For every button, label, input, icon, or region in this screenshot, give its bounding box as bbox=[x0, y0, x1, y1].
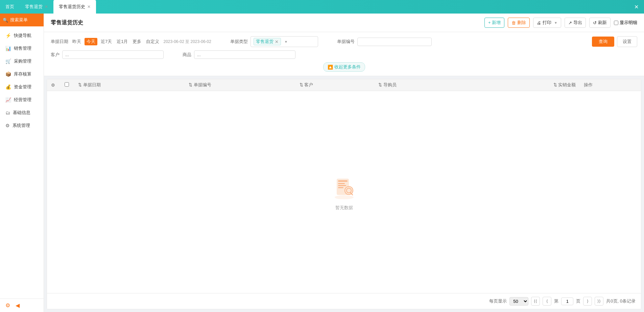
goods-filter: 商品 bbox=[183, 50, 295, 59]
th-date-label: ⇅ 单据日期 bbox=[78, 82, 101, 87]
number-input[interactable] bbox=[357, 38, 432, 46]
delete-label: 删除 bbox=[517, 20, 526, 26]
goods-label: 商品 bbox=[183, 52, 191, 58]
type-tag-label: 零售退货 bbox=[256, 39, 273, 45]
th-guide: ⇅ 导购员 bbox=[374, 79, 469, 91]
number-filter: 单据编号 bbox=[337, 38, 432, 46]
date-shortcut-1[interactable]: 今天 bbox=[85, 38, 97, 45]
top-bar: 首页零售退货✕零售退货历史✕ ✕ bbox=[0, 0, 644, 14]
th-customer: ⇅ 客户 bbox=[295, 79, 375, 91]
tab-close-2[interactable]: ✕ bbox=[87, 4, 91, 9]
customer-input[interactable] bbox=[62, 50, 164, 59]
date-shortcut-4[interactable]: 更多 bbox=[131, 38, 143, 45]
collapse-more-section: 🔼 收起更多条件 bbox=[51, 62, 637, 72]
data-table: ⚙ ⇅ 单据日期 ⇅ 单据编号 bbox=[47, 79, 641, 91]
export-label: 导出 bbox=[573, 20, 582, 26]
page-label: 第 bbox=[554, 298, 558, 304]
nav-icon-6: 🗂 bbox=[5, 110, 10, 115]
type-label: 单据类型 bbox=[230, 39, 248, 45]
nav-label-6: 基础信息 bbox=[13, 110, 30, 116]
toolbar: + 新增 🗑 删除 🖨 打印 ▼ ↗ 导出 ↺ 刷新 bbox=[484, 18, 637, 28]
next-page-button[interactable]: ⟩ bbox=[583, 297, 592, 306]
sidebar-item-0[interactable]: ⚡快捷导航 bbox=[0, 29, 44, 42]
first-page-button[interactable]: ⟨⟨ bbox=[531, 297, 540, 306]
empty-state: 暂无数据 bbox=[47, 91, 641, 293]
th-number: ⇅ 单据编号 bbox=[185, 79, 295, 91]
th-settings: ⚙ bbox=[47, 79, 61, 91]
print-icon: 🖨 bbox=[537, 20, 541, 25]
collapse-up-icon: 🔼 bbox=[328, 65, 333, 70]
date-shortcut-2[interactable]: 近7天 bbox=[99, 38, 113, 45]
refresh-label: 刷新 bbox=[598, 20, 607, 26]
new-button[interactable]: + 新增 bbox=[484, 18, 504, 28]
sidebar-item-7[interactable]: ⚙系统管理 bbox=[0, 119, 44, 132]
filter-row-2: 客户 商品 bbox=[51, 50, 637, 59]
nav-icon-7: ⚙ bbox=[5, 123, 10, 128]
nav-icon-3: 📦 bbox=[5, 71, 11, 77]
tab-0[interactable]: 首页 bbox=[0, 0, 20, 14]
tab-1[interactable]: 零售退货✕ bbox=[20, 0, 53, 14]
query-button[interactable]: 查询 bbox=[592, 37, 614, 47]
collapse-sidebar-icon[interactable]: ◀ bbox=[16, 302, 20, 309]
nav-icon-0: ⚡ bbox=[5, 33, 11, 38]
empty-illustration bbox=[331, 174, 358, 201]
show-detail-checkbox[interactable] bbox=[614, 21, 618, 25]
nav-label-7: 系统管理 bbox=[13, 122, 30, 129]
svg-point-0 bbox=[335, 195, 354, 199]
tab-list: 首页零售退货✕零售退货历史✕ bbox=[0, 0, 629, 14]
type-tag-remove[interactable]: ✕ bbox=[275, 39, 279, 44]
type-select[interactable]: 零售退货 ✕ ▼ bbox=[251, 36, 318, 47]
export-icon: ↗ bbox=[568, 20, 572, 25]
nav-label-5: 经营管理 bbox=[14, 97, 31, 103]
sidebar-item-3[interactable]: 📦库存核算 bbox=[0, 68, 44, 81]
date-shortcut-5[interactable]: 自定义 bbox=[145, 38, 161, 45]
sidebar-item-6[interactable]: 🗂基础信息 bbox=[0, 106, 44, 119]
settings-button[interactable]: 设置 bbox=[617, 36, 637, 47]
table-header-row: ⚙ ⇅ 单据日期 ⇅ 单据编号 bbox=[47, 79, 641, 91]
sidebar-footer: ⚙ ◀ bbox=[0, 298, 44, 312]
collapse-label: 收起更多条件 bbox=[334, 64, 361, 70]
nav-icon-2: 🛒 bbox=[5, 59, 11, 64]
table-area: ⚙ ⇅ 单据日期 ⇅ 单据编号 bbox=[47, 79, 641, 309]
sidebar-item-4[interactable]: 💰资金管理 bbox=[0, 81, 44, 93]
settings-col-icon[interactable]: ⚙ bbox=[51, 83, 55, 88]
select-all-checkbox[interactable] bbox=[65, 82, 69, 87]
pagination: 每页显示 50 20 100 ⟨⟨ ⟨ 第 页 ⟩ ⟩⟩ 共0页, 0条记录 bbox=[47, 293, 641, 309]
refresh-button[interactable]: ↺ 刷新 bbox=[589, 18, 611, 28]
svg-rect-2 bbox=[338, 180, 348, 182]
page-title: 零售退货历史 bbox=[51, 19, 83, 26]
per-page-select[interactable]: 50 20 100 bbox=[509, 297, 528, 306]
prev-page-button[interactable]: ⟨ bbox=[543, 297, 551, 306]
sidebar-item-1[interactable]: 📊销售管理 bbox=[0, 42, 44, 55]
nav-label-2: 采购管理 bbox=[14, 58, 31, 64]
total-info: 共0页, 0条记录 bbox=[606, 298, 636, 304]
th-checkbox bbox=[61, 79, 74, 91]
sidebar-search-button[interactable]: 🔍 搜索菜单 bbox=[0, 14, 44, 26]
print-button[interactable]: 🖨 打印 ▼ bbox=[533, 18, 561, 28]
date-shortcut-3[interactable]: 近1月 bbox=[115, 38, 129, 45]
nav-label-1: 销售管理 bbox=[14, 45, 31, 51]
settings-footer-icon[interactable]: ⚙ bbox=[5, 302, 10, 309]
nav-icon-4: 💰 bbox=[5, 84, 11, 90]
th-date: ⇅ 单据日期 bbox=[74, 79, 185, 91]
sidebar-item-5[interactable]: 📈经营管理 bbox=[0, 93, 44, 106]
th-guide-label: ⇅ 导购员 bbox=[378, 82, 397, 87]
last-page-button[interactable]: ⟩⟩ bbox=[595, 297, 603, 306]
date-range-display: 2023-06-02 至 2023-06-02 bbox=[163, 39, 211, 45]
th-actions: 操作 bbox=[580, 79, 641, 91]
print-label: 打印 bbox=[543, 20, 551, 26]
date-shortcut-0[interactable]: 昨天 bbox=[71, 38, 82, 45]
svg-rect-3 bbox=[338, 183, 345, 184]
export-button[interactable]: ↗ 导出 bbox=[565, 18, 586, 28]
page-number-input[interactable] bbox=[561, 297, 573, 305]
goods-input[interactable] bbox=[194, 50, 295, 59]
window-close-button[interactable]: ✕ bbox=[629, 4, 644, 10]
delete-button[interactable]: 🗑 删除 bbox=[508, 18, 530, 28]
collapse-button[interactable]: 🔼 收起更多条件 bbox=[323, 62, 365, 72]
tab-close-1[interactable]: ✕ bbox=[45, 4, 48, 9]
svg-rect-4 bbox=[338, 185, 346, 186]
content-area: 零售退货历史 + 新增 🗑 删除 🖨 打印 ▼ ↗ 导出 ↺ bbox=[44, 14, 644, 312]
sidebar-item-2[interactable]: 🛒采购管理 bbox=[0, 55, 44, 68]
type-select-chevron: ▼ bbox=[284, 40, 288, 44]
tab-2[interactable]: 零售退货历史✕ bbox=[53, 0, 96, 14]
